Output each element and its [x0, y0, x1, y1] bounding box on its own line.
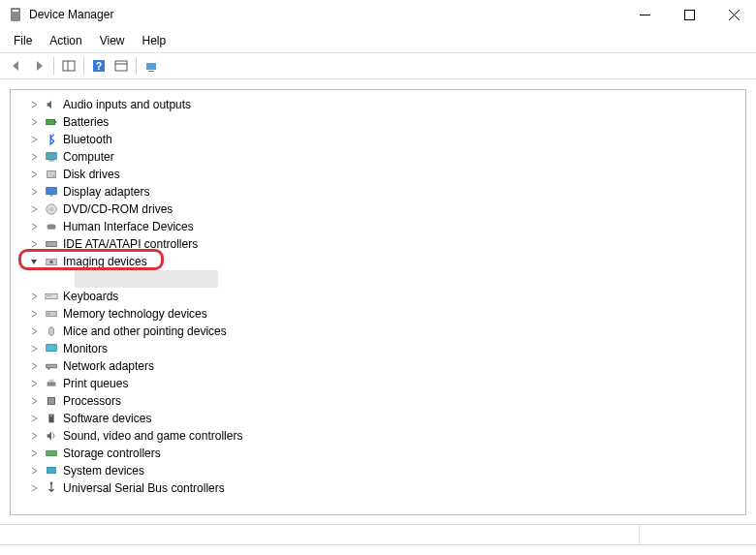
toolbar-separator — [83, 57, 84, 75]
tree-node-label: Network adapters — [63, 359, 154, 373]
help-button[interactable]: ? — [88, 55, 110, 77]
svg-point-27 — [49, 261, 53, 264]
chevron-right-icon[interactable] — [28, 360, 40, 372]
tree-node[interactable]: Display adapters — [15, 183, 741, 200]
usb-icon — [44, 480, 59, 496]
chevron-right-icon[interactable] — [28, 186, 40, 198]
tree-node-label: Audio inputs and outputs — [63, 98, 191, 111]
svg-rect-39 — [48, 380, 53, 383]
printer-icon — [44, 376, 59, 391]
chevron-right-icon[interactable] — [28, 395, 40, 407]
minimize-button[interactable] — [622, 0, 667, 29]
tree-node[interactable]: Keyboards — [15, 288, 741, 305]
statusbar-separator — [639, 525, 640, 544]
tree-node-label: Software devices — [63, 412, 151, 425]
tree-node[interactable]: Mice and other pointing devices — [15, 323, 741, 340]
device-tree[interactable]: Audio inputs and outputsBatteriesBluetoo… — [10, 89, 746, 515]
tree-node[interactable]: Software devices — [15, 410, 741, 427]
tree-node[interactable]: Memory technology devices — [15, 305, 741, 323]
menubar: File Action View Help — [0, 29, 756, 52]
tree-node[interactable]: Human Interface Devices — [15, 218, 741, 235]
scan-hardware-button[interactable] — [141, 55, 162, 77]
tree-node[interactable]: Imaging devices — [15, 253, 741, 270]
statusbar — [0, 524, 756, 545]
computer-icon — [44, 149, 59, 165]
tree-node[interactable]: Storage controllers — [15, 445, 741, 462]
tree-child-selected[interactable] — [75, 270, 218, 288]
tree-node-label: IDE ATA/ATAPI controllers — [63, 237, 198, 251]
chevron-right-icon[interactable] — [28, 482, 40, 494]
titlebar: Device Manager — [0, 0, 756, 29]
chevron-right-icon[interactable] — [28, 465, 40, 477]
tree-node[interactable]: Audio inputs and outputs — [15, 96, 741, 113]
chevron-right-icon[interactable] — [28, 134, 40, 145]
svg-rect-21 — [49, 196, 53, 197]
tree-node-label: Universal Serial Bus controllers — [63, 481, 225, 495]
tree-node[interactable]: Bluetooth — [15, 131, 741, 148]
tree-node[interactable]: Network adapters — [15, 357, 741, 375]
chevron-right-icon[interactable] — [28, 413, 40, 424]
maximize-button[interactable] — [667, 0, 711, 29]
svg-rect-20 — [47, 188, 57, 195]
menu-view[interactable]: View — [92, 31, 133, 50]
tree-node-label: Print queues — [63, 377, 128, 390]
chevron-right-icon[interactable] — [28, 169, 40, 180]
chevron-right-icon[interactable] — [28, 221, 40, 232]
svg-rect-6 — [63, 61, 75, 71]
chevron-right-icon[interactable] — [28, 325, 40, 337]
chevron-right-icon[interactable] — [28, 430, 40, 442]
window-title: Device Manager — [29, 8, 622, 21]
tree-node-label: Memory technology devices — [63, 307, 207, 321]
chevron-right-icon[interactable] — [28, 378, 40, 389]
tree-node[interactable]: Processors — [15, 392, 741, 410]
svg-rect-30 — [48, 295, 49, 296]
tree-node-label: Storage controllers — [63, 447, 161, 460]
chevron-right-icon[interactable] — [28, 447, 40, 459]
tree-node[interactable]: Batteries — [15, 113, 741, 131]
close-button[interactable] — [711, 0, 756, 29]
tree-node-label: DVD/CD-ROM drives — [63, 202, 173, 216]
tree-node-label: Mice and other pointing devices — [63, 324, 227, 338]
svg-rect-10 — [115, 61, 127, 71]
back-button[interactable] — [6, 55, 27, 77]
content-area: Audio inputs and outputsBatteriesBluetoo… — [0, 79, 756, 525]
menu-action[interactable]: Action — [42, 31, 89, 50]
tree-node[interactable]: Disk drives — [15, 166, 741, 183]
tree-node[interactable]: DVD/CD-ROM drives — [15, 200, 741, 218]
menu-help[interactable]: Help — [135, 31, 174, 50]
chevron-down-icon[interactable] — [28, 256, 40, 267]
tree-node[interactable]: Sound, video and game controllers — [15, 427, 741, 445]
forward-button[interactable] — [28, 55, 49, 77]
chevron-right-icon[interactable] — [28, 99, 40, 110]
tree-node[interactable]: Universal Serial Bus controllers — [15, 479, 741, 497]
tree-node-label: Display adapters — [63, 185, 149, 199]
svg-point-34 — [48, 327, 53, 336]
chevron-right-icon[interactable] — [28, 343, 40, 355]
tree-node-label: Computer — [63, 150, 114, 164]
properties-button[interactable] — [110, 55, 132, 77]
tree-node[interactable]: IDE ATA/ATAPI controllers — [15, 235, 741, 253]
chevron-right-icon[interactable] — [28, 151, 40, 163]
tree-node-label: Batteries — [63, 115, 109, 129]
tree-node[interactable]: Print queues — [15, 375, 741, 392]
svg-rect-15 — [55, 121, 57, 123]
chevron-right-icon[interactable] — [28, 238, 40, 250]
tree-node[interactable]: System devices — [15, 462, 741, 479]
show-hide-console-button[interactable] — [58, 55, 79, 77]
monitor-icon — [44, 341, 59, 356]
chevron-right-icon[interactable] — [28, 203, 40, 215]
tree-node[interactable]: Computer — [15, 148, 741, 166]
chevron-right-icon[interactable] — [28, 116, 40, 128]
chevron-right-icon[interactable] — [28, 308, 40, 320]
tree-node-label: Imaging devices — [63, 255, 147, 268]
keyboard-icon — [44, 289, 59, 304]
app-icon — [8, 7, 23, 22]
svg-rect-37 — [48, 368, 50, 370]
toolbar-separator — [136, 57, 137, 75]
tree-node[interactable]: Monitors — [15, 340, 741, 357]
svg-rect-31 — [50, 295, 51, 296]
svg-rect-3 — [684, 10, 694, 19]
chevron-right-icon[interactable] — [28, 291, 40, 302]
menu-file[interactable]: File — [6, 31, 40, 50]
cpu-icon — [44, 393, 59, 409]
